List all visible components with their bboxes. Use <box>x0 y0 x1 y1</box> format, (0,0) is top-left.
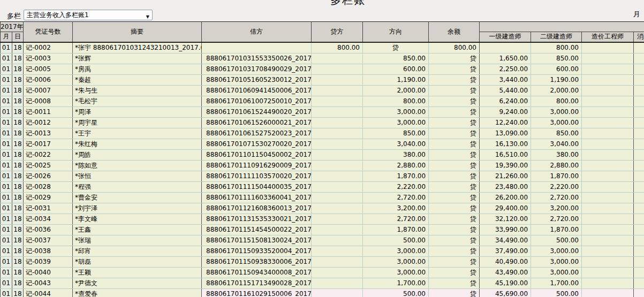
cell-cost-engineer[interactable] <box>582 171 634 181</box>
cell-balance[interactable]: 贷 <box>429 256 480 267</box>
cell-day[interactable]: 18 <box>12 106 24 117</box>
cell-voucher[interactable]: 记-0037 <box>24 235 73 246</box>
cell-month[interactable]: 01 <box>1 288 12 297</box>
table-row[interactable]: 0118记-0003*张辉888061701031553350026_2017.… <box>1 53 644 64</box>
cell-level2-builder[interactable]: 3,000.00 <box>531 117 582 128</box>
cell-credit[interactable] <box>312 171 363 181</box>
cell-debit[interactable]: 888061701061526000021_2017.01.06 <box>202 117 312 128</box>
cell-day[interactable]: 18 <box>12 128 24 139</box>
cell-summary[interactable]: *曹金安 <box>73 192 202 203</box>
cell-level1-builder[interactable]: 6,240.00 <box>480 96 531 106</box>
cell-month[interactable]: 01 <box>1 106 12 117</box>
cell-voucher[interactable]: 记-0022 <box>24 149 73 160</box>
cell-month[interactable]: 01 <box>1 235 12 246</box>
cell-month[interactable]: 01 <box>1 42 12 54</box>
table-row[interactable]: 0118记-0013*王宇888061701061527520023_2017.… <box>1 128 644 139</box>
cell-direction[interactable]: 2,000.00 <box>363 85 429 96</box>
cell-extra[interactable] <box>634 149 644 160</box>
cell-level1-builder[interactable]: 29,400.00 <box>480 203 531 214</box>
cell-level1-builder[interactable]: 12,240.00 <box>480 117 531 128</box>
cell-direction[interactable]: 1,700.00 <box>363 278 429 288</box>
cell-balance[interactable]: 贷 <box>429 192 480 203</box>
cell-level1-builder[interactable]: 5,440.00 <box>480 85 531 96</box>
cell-month[interactable]: 01 <box>1 203 12 214</box>
table-row[interactable]: 0118记-0031*刘宇泽888061701121608360013_2017… <box>1 203 644 214</box>
cell-cost-engineer[interactable] <box>582 53 634 64</box>
cell-extra[interactable] <box>634 224 644 235</box>
cell-credit[interactable] <box>312 74 363 85</box>
cell-level2-builder[interactable]: 850.00 <box>531 53 582 64</box>
cell-extra[interactable] <box>634 117 644 128</box>
cell-cost-engineer[interactable] <box>582 192 634 203</box>
cell-debit[interactable]: 888061701031553350026_2017.01.18 <box>202 53 312 64</box>
cell-credit[interactable] <box>312 106 363 117</box>
cell-voucher[interactable]: 记-0005 <box>24 64 73 74</box>
cell-voucher[interactable]: 记-0036 <box>24 224 73 235</box>
cell-balance[interactable]: 贷 <box>429 160 480 171</box>
cell-credit[interactable] <box>312 267 363 278</box>
table-row[interactable]: 0118记-0025*陈如意888061701110916290009_2017… <box>1 160 644 171</box>
cell-voucher[interactable]: 记-0039 <box>24 256 73 267</box>
cell-extra[interactable] <box>634 74 644 85</box>
cell-balance[interactable]: 贷 <box>429 53 480 64</box>
cell-cost-engineer[interactable] <box>582 85 634 96</box>
cell-credit[interactable] <box>312 214 363 224</box>
cell-month[interactable]: 01 <box>1 246 12 256</box>
cell-day[interactable]: 18 <box>12 85 24 96</box>
table-row[interactable]: 0118记-0029*曹金安888061701111603360041_2017… <box>1 192 644 203</box>
cell-balance[interactable]: 贷 <box>429 128 480 139</box>
cell-cost-engineer[interactable] <box>582 278 634 288</box>
cell-summary[interactable]: *张瑞 <box>73 235 202 246</box>
cell-extra[interactable] <box>634 192 644 203</box>
cell-level1-builder[interactable]: 40,490.00 <box>480 256 531 267</box>
cell-cost-engineer[interactable] <box>582 117 634 128</box>
cell-level2-builder[interactable]: 1,190.00 <box>531 74 582 85</box>
cell-extra[interactable] <box>634 181 644 192</box>
cell-month[interactable]: 01 <box>1 224 12 235</box>
cell-day[interactable]: 18 <box>12 139 24 149</box>
cell-extra[interactable] <box>634 214 644 224</box>
cell-debit[interactable]: 888061701151508130024_2017.01.15 <box>202 235 312 246</box>
cell-summary[interactable]: *张恒 <box>73 171 202 181</box>
cell-voucher[interactable]: 记-0002 <box>24 42 73 54</box>
cell-level2-builder[interactable]: 500.00 <box>531 235 582 246</box>
cell-credit[interactable] <box>312 85 363 96</box>
cell-level2-builder[interactable]: 2,880.00 <box>531 160 582 171</box>
cell-balance[interactable]: 贷 <box>429 224 480 235</box>
cell-day[interactable]: 18 <box>12 160 24 171</box>
cell-voucher[interactable]: 记-0028 <box>24 181 73 192</box>
cell-level1-builder[interactable]: 21,260.00 <box>480 171 531 181</box>
cell-voucher[interactable]: 记-0044 <box>24 288 73 297</box>
cell-balance[interactable]: 贷 <box>429 181 480 192</box>
cell-summary[interactable]: *查爱春 <box>73 288 202 297</box>
cell-level2-builder[interactable]: 380.00 <box>531 149 582 160</box>
cell-balance[interactable]: 贷 <box>429 106 480 117</box>
cell-cost-engineer[interactable] <box>582 256 634 267</box>
cell-cost-engineer[interactable] <box>582 42 634 54</box>
cell-direction[interactable]: 600.00 <box>363 64 429 74</box>
cell-extra[interactable] <box>634 42 644 54</box>
cell-day[interactable]: 18 <box>12 246 24 256</box>
cell-month[interactable]: 01 <box>1 128 12 139</box>
cell-summary[interactable]: *毛松宇 <box>73 96 202 106</box>
cell-cost-engineer[interactable] <box>582 235 634 246</box>
cell-balance[interactable]: 贷 <box>429 288 480 297</box>
cell-extra[interactable] <box>634 288 644 297</box>
cell-debit[interactable]: 888061701061007250010_2017.01.06 <box>202 96 312 106</box>
cell-debit[interactable]: 888061701121608360013_2017.01.12 <box>202 203 312 214</box>
table-row[interactable]: 0118记-0026*张恒888061701111103570020_2017.… <box>1 171 644 181</box>
cell-day[interactable]: 18 <box>12 74 24 85</box>
cell-cost-engineer[interactable] <box>582 74 634 85</box>
cell-extra[interactable] <box>634 64 644 74</box>
cell-direction[interactable]: 1,870.00 <box>363 171 429 181</box>
cell-month[interactable]: 01 <box>1 267 12 278</box>
cell-voucher[interactable]: 记-0029 <box>24 192 73 203</box>
cell-extra[interactable] <box>634 246 644 256</box>
cell-cost-engineer[interactable] <box>582 128 634 139</box>
cell-direction[interactable]: 3,000.00 <box>363 267 429 278</box>
cell-voucher[interactable]: 记-0003 <box>24 53 73 64</box>
cell-balance[interactable]: 贷 <box>429 139 480 149</box>
table-row[interactable]: 0118记-0039*胡磊888061701150938330006_2017.… <box>1 256 644 267</box>
cell-debit[interactable]: 888061701031708490029_2017.01.03 <box>202 64 312 74</box>
cell-extra[interactable] <box>634 203 644 214</box>
